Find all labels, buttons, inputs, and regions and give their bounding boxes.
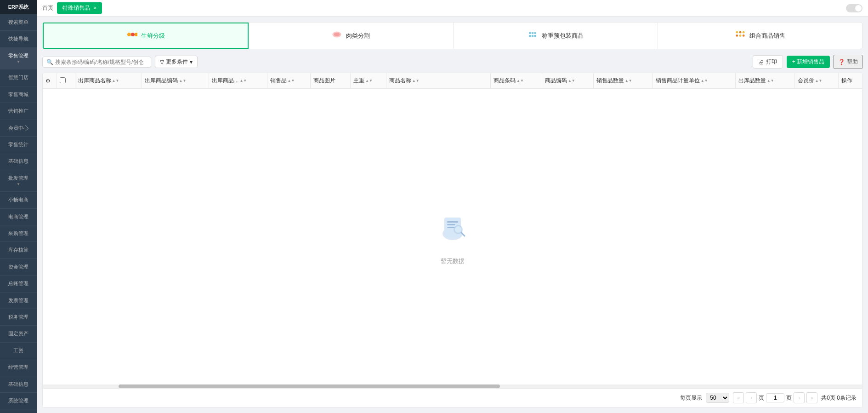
sidebar-item-enterprise-coop[interactable]: 企业协同 — [0, 409, 37, 413]
sort-icon[interactable]: ▲▼ — [516, 79, 524, 83]
sort-icon[interactable]: ▲▼ — [412, 79, 420, 83]
sidebar-item-purchase-mgmt[interactable]: 采购管理 — [0, 225, 37, 242]
sidebar-item-finance-mgmt[interactable]: 资金管理 — [0, 259, 37, 275]
page-input[interactable] — [766, 393, 784, 402]
sort-icon[interactable]: ▲▼ — [239, 79, 247, 83]
search-box[interactable]: 🔍 — [42, 57, 151, 68]
sidebar-item-member-center[interactable]: 会员中心 — [0, 120, 37, 137]
toggle-switch[interactable] — [846, 4, 862, 12]
sort-icon[interactable]: ▲▼ — [701, 79, 708, 83]
sidebar-item-label: 基础信息 — [2, 381, 35, 388]
topbar-right — [846, 4, 862, 12]
col-weight: 主重 ▲▼ — [351, 73, 386, 89]
sidebar-item-ledger-mgmt[interactable]: 总账管理 — [0, 275, 37, 292]
sort-icon[interactable]: ▲▼ — [288, 79, 295, 83]
tab-combo-sales[interactable]: 组合商品销售 — [658, 23, 862, 49]
col-product-code: 商品编码 ▲▼ — [542, 73, 593, 89]
horizontal-scrollbar[interactable] — [43, 384, 862, 388]
sidebar-item-label: 经营管理 — [2, 364, 35, 371]
sidebar-item-label: 基础信息 — [2, 158, 35, 165]
sidebar-item-label: 零售统计 — [2, 141, 35, 148]
per-page-select[interactable]: 50 10 20 100 — [706, 393, 729, 403]
tab-fresh-grading[interactable]: 生鲜分级 — [43, 23, 249, 49]
sidebar-item-retail-stats[interactable]: 零售统计 — [0, 137, 37, 153]
first-page-button[interactable]: « — [733, 392, 744, 403]
sidebar-item-basic-info[interactable]: 基础信息 — [0, 153, 37, 170]
prev-page-button[interactable]: ‹ — [746, 392, 757, 403]
empty-state: 暂无数据 — [43, 89, 862, 384]
sidebar-item-search-menu[interactable]: 搜索菜单 — [0, 14, 37, 31]
svg-point-2 — [135, 33, 137, 36]
tab-meat-cutting[interactable]: 肉类分割 — [249, 23, 453, 49]
horizontal-scroll-thumb[interactable] — [119, 384, 500, 388]
sidebar-item-label: 固定资产 — [2, 330, 35, 337]
help-button[interactable]: ❓ 帮助 — [834, 55, 862, 69]
sidebar-item-system-mgmt[interactable]: 系统管理 — [0, 393, 37, 409]
sort-icon[interactable]: ▲▼ — [568, 79, 575, 83]
sidebar-item-retail-mgmt[interactable]: 零售管理 — [0, 48, 37, 70]
svg-point-4 — [334, 33, 340, 36]
add-sales-product-button[interactable]: + 新增销售品 — [787, 56, 830, 68]
sidebar-item-ops-mgmt[interactable]: 经营管理 — [0, 359, 37, 376]
sidebar-item-tax-mgmt[interactable]: 税务管理 — [0, 309, 37, 326]
sidebar-item-smart-store[interactable]: 智慧门店 — [0, 69, 37, 86]
col-checkbox[interactable] — [57, 73, 75, 89]
sidebar-item-wages[interactable]: 工资 — [0, 343, 37, 359]
data-table: ⚙ 出库商品名称 ▲▼ — [43, 73, 862, 89]
col-product-barcode: 商品条码 ▲▼ — [490, 73, 542, 89]
sidebar-item-mini-ecommerce[interactable]: 小畅电商 — [0, 192, 37, 208]
sidebar-item-wholesale-mgmt[interactable]: 批发管理 — [0, 170, 37, 192]
sidebar-item-retail-mall[interactable]: 零售商城 — [0, 86, 37, 103]
per-page-label: 每页显示 — [680, 394, 702, 402]
close-tab-icon[interactable]: × — [94, 6, 96, 11]
filter-button[interactable]: ▽ 更多条件 ▾ — [155, 56, 198, 68]
sidebar-item-invoice-mgmt[interactable]: 发票管理 — [0, 293, 37, 309]
tab-scale-prepack[interactable]: 称重预包装商品 — [454, 23, 658, 49]
sidebar-item-label: 零售商城 — [2, 91, 35, 98]
sort-icon[interactable]: ▲▼ — [365, 79, 373, 83]
meat-cutting-icon — [331, 30, 342, 41]
next-page-button[interactable]: › — [794, 392, 805, 403]
sidebar-item-inventory-check[interactable]: 库存核算 — [0, 242, 37, 258]
sidebar-item-ecommerce-mgmt[interactable]: 电商管理 — [0, 209, 37, 225]
sidebar-item-quick-nav[interactable]: 快捷导航 — [0, 31, 37, 47]
col-sales-unit: 销售商品计量单位 ▲▼ — [652, 73, 735, 89]
table-container: ⚙ 出库商品名称 ▲▼ — [42, 73, 862, 407]
sidebar-item-fixed-assets[interactable]: 固定资产 — [0, 326, 37, 342]
category-tabs: 生鲜分级 肉类分割 — [42, 22, 862, 49]
col-settings[interactable]: ⚙ — [43, 73, 57, 89]
tab-label-fresh-grading: 生鲜分级 — [141, 32, 165, 40]
sort-icon[interactable]: ▲▼ — [767, 79, 774, 83]
home-breadcrumb[interactable]: 首页 — [42, 4, 53, 12]
select-all-checkbox[interactable] — [60, 77, 66, 83]
combo-sales-icon — [735, 30, 746, 41]
scale-prepack-icon — [527, 30, 538, 41]
col-out-product-code: 出库商品编码 ▲▼ — [142, 73, 209, 89]
page-navigation: « ‹ 页 页 › » — [733, 392, 817, 403]
sort-icon[interactable]: ▲▼ — [625, 79, 632, 83]
add-sales-product-label: + 新增销售品 — [792, 58, 824, 66]
svg-point-0 — [127, 33, 131, 36]
col-sales-product: 销售品 ▲▼ — [267, 73, 311, 89]
sort-icon[interactable]: ▲▼ — [179, 79, 186, 83]
last-page-button[interactable]: » — [806, 392, 817, 403]
sidebar-item-marketing[interactable]: 营销推广 — [0, 103, 37, 120]
active-tab[interactable]: 特殊销售品 × — [57, 2, 102, 14]
filter-arrow-icon: ▾ — [190, 59, 193, 65]
sidebar-item-basic-info2[interactable]: 基础信息 — [0, 376, 37, 393]
pagination: 每页显示 50 10 20 100 « ‹ 页 页 › » 共0页 0条记录 — [43, 388, 862, 407]
svg-point-9 — [532, 35, 534, 37]
sort-icon[interactable]: ▲▼ — [815, 79, 823, 83]
print-button[interactable]: 🖨 打印 — [753, 55, 783, 69]
sidebar-item-label: 税务管理 — [2, 314, 35, 321]
search-input[interactable] — [55, 59, 147, 65]
svg-rect-19 — [447, 221, 458, 223]
svg-point-23 — [455, 226, 461, 233]
svg-point-6 — [532, 32, 534, 34]
sort-icon[interactable]: ▲▼ — [112, 79, 119, 83]
sidebar-item-label: 系统管理 — [2, 397, 35, 404]
page-label: 页 — [759, 394, 764, 402]
svg-point-1 — [131, 33, 135, 36]
col-out-product-abbr: 出库商品... ▲▼ — [209, 73, 267, 89]
svg-point-12 — [739, 31, 741, 34]
